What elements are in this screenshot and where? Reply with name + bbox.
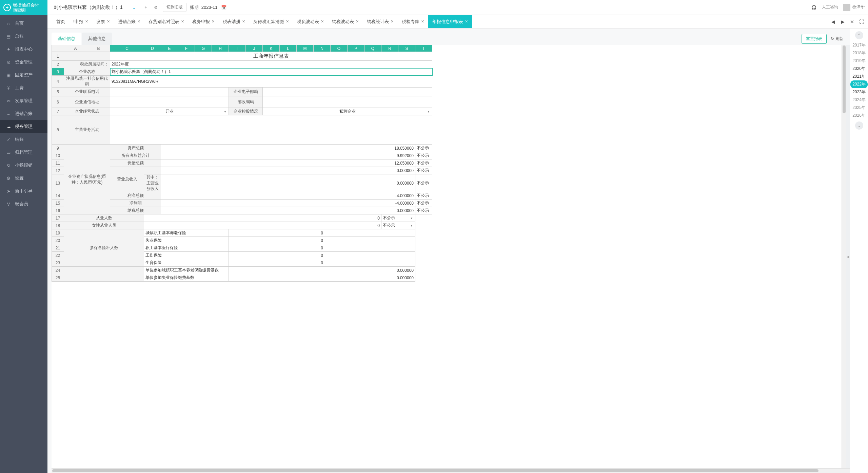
year-item[interactable]: 2023年	[850, 88, 868, 96]
disclose-select[interactable]: 不公示	[415, 145, 432, 152]
base-label[interactable]: 单位参加失业保险缴费基数	[144, 274, 229, 282]
tab-next-icon[interactable]: ▶	[838, 17, 847, 26]
phone-label[interactable]: 企业联系电话	[64, 88, 110, 96]
cell[interactable]	[110, 96, 229, 108]
period-value[interactable]: 2023-11	[201, 5, 218, 10]
horizontal-scrollbar[interactable]	[52, 468, 850, 473]
asset-value[interactable]: 0.000000	[161, 207, 415, 214]
old-version-button[interactable]: 切到旧版	[163, 3, 186, 12]
disclose-select[interactable]: 不公示	[415, 159, 432, 167]
column-header[interactable]: D	[144, 45, 161, 52]
column-header[interactable]: Q	[364, 45, 381, 52]
row-number[interactable]: 21	[52, 244, 64, 252]
asset-label[interactable]: 纳税总额	[110, 207, 161, 214]
row-number[interactable]: 3	[52, 68, 64, 76]
row-number[interactable]: 24	[52, 267, 64, 274]
row-number[interactable]: 9	[52, 145, 64, 152]
tab-close-icon[interactable]: ✕	[848, 17, 856, 26]
row-number[interactable]: 1	[52, 52, 64, 61]
column-header[interactable]: C	[110, 45, 144, 52]
close-icon[interactable]: ✕	[181, 19, 184, 24]
subtab-basic[interactable]: 基础信息	[52, 33, 81, 45]
zip-label[interactable]: 邮政编码	[229, 96, 263, 108]
period-label[interactable]: 税款所属期间：	[64, 61, 110, 68]
vertical-scrollbar[interactable]	[842, 45, 846, 468]
headset-icon[interactable]: 🎧	[810, 4, 817, 11]
column-header[interactable]: J	[246, 45, 263, 52]
column-header[interactable]: N	[314, 45, 331, 52]
email-label[interactable]: 企业电子邮箱	[229, 88, 263, 96]
sidebar-item[interactable]: ▤总账	[0, 30, 47, 43]
tab[interactable]: 税负波动表✕	[293, 15, 328, 28]
sidebar-item[interactable]: ✉发票管理	[0, 94, 47, 107]
ins-label[interactable]: 工伤保险	[144, 252, 229, 259]
column-header[interactable]: R	[381, 45, 398, 52]
emp-label[interactable]: 从业人数	[64, 214, 144, 222]
sidebar-item[interactable]: ✓结账	[0, 133, 47, 146]
tab[interactable]: 存货别名对照表✕	[144, 15, 188, 28]
disclose-select[interactable]: 不公示	[415, 200, 432, 207]
sidebar-item[interactable]: ➤新手引导	[0, 185, 47, 197]
ins-label[interactable]: 城镇职工基本养老保险	[144, 229, 229, 237]
cell[interactable]	[110, 115, 432, 145]
user-menu[interactable]: 徐泽华	[843, 4, 865, 11]
close-icon[interactable]: ✕	[356, 19, 359, 24]
cell[interactable]	[263, 88, 432, 96]
disclose-select[interactable]: 不公示	[415, 192, 432, 200]
tab[interactable]: !申报✕	[69, 15, 92, 28]
cell[interactable]	[110, 88, 229, 96]
period-value[interactable]: 2022年度	[110, 61, 432, 68]
reg-code-value[interactable]: 91320811MA7NGR2W6R	[110, 76, 432, 88]
asset-label[interactable]: 所有者权益合计	[110, 152, 161, 159]
cell[interactable]	[64, 52, 110, 61]
fem-value[interactable]: 0	[144, 222, 381, 229]
close-icon[interactable]: ✕	[137, 19, 140, 24]
ins-label[interactable]: 职工基本医疗保险	[144, 244, 229, 252]
status-label[interactable]: 企业经营状态	[64, 108, 110, 115]
ins-value[interactable]: 0	[229, 237, 415, 244]
sidebar-item[interactable]: ⚙设置	[0, 172, 47, 185]
close-icon[interactable]: ✕	[212, 19, 215, 24]
row-number[interactable]: 10	[52, 152, 64, 159]
sidebar-item[interactable]: V畅会员	[0, 197, 47, 210]
row-number[interactable]: 19	[52, 229, 64, 237]
row-number[interactable]: 5	[52, 88, 64, 96]
base-value[interactable]: 0.000000	[229, 267, 415, 274]
disclose-select[interactable]: 不公示	[415, 152, 432, 159]
ins-value[interactable]: 0	[229, 252, 415, 259]
column-header[interactable]: B	[87, 45, 110, 52]
tab[interactable]: 进销台账✕	[114, 15, 144, 28]
asset-label[interactable]: 负债总额	[110, 159, 161, 167]
row-number[interactable]: 17	[52, 214, 64, 222]
sheet-scroll[interactable]: ABCDEFGHIJKLMNOPQRST 1工商年报信息表2税款所属期间：202…	[52, 45, 842, 468]
row-number[interactable]: 18	[52, 222, 64, 229]
disclose-select[interactable]: 不公示	[381, 214, 415, 222]
year-down-icon[interactable]: ⌄	[855, 121, 863, 130]
close-icon[interactable]: ✕	[286, 19, 289, 24]
spreadsheet[interactable]: ABCDEFGHIJKLMNOPQRST 1工商年报信息表2税款所属期间：202…	[52, 45, 432, 282]
close-icon[interactable]: ✕	[421, 19, 424, 24]
column-header[interactable]: S	[398, 45, 415, 52]
asset-label[interactable]: 资产总额	[110, 145, 161, 152]
column-header[interactable]: T	[415, 45, 432, 52]
collapse-handle[interactable]: ◀	[846, 45, 850, 468]
row-number[interactable]: 23	[52, 259, 64, 267]
subtab-other[interactable]: 其他信息	[82, 33, 112, 45]
row-number[interactable]: 7	[52, 108, 64, 115]
year-item[interactable]: 2020年	[850, 65, 868, 73]
sidebar-item[interactable]: ⊙资金管理	[0, 56, 47, 69]
column-header[interactable]: K	[263, 45, 280, 52]
ins-value[interactable]: 0	[229, 259, 415, 267]
addr-label[interactable]: 企业通信地址	[64, 96, 110, 108]
asset-value[interactable]: 0.000000	[161, 174, 415, 192]
support-link[interactable]: 人工咨询	[822, 4, 838, 10]
close-icon[interactable]: ✕	[465, 19, 468, 24]
close-icon[interactable]: ✕	[321, 19, 324, 24]
row-number[interactable]: 16	[52, 207, 64, 214]
column-header[interactable]	[52, 45, 64, 52]
holding-value[interactable]: 私营企业	[263, 108, 432, 115]
asset-value[interactable]: 12.050000	[161, 159, 415, 167]
column-header[interactable]: A	[64, 45, 87, 52]
sidebar-item[interactable]: ¥工资	[0, 81, 47, 94]
account-selector[interactable]: 刘小艳演示账套（勿删勿动！）1 ⌄	[51, 4, 139, 11]
